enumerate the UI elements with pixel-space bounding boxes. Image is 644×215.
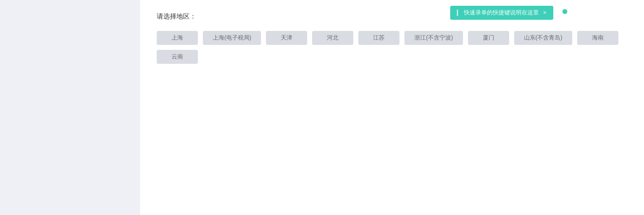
region-button-hebei[interactable]: 河北 <box>312 31 353 45</box>
tooltip-close-button[interactable]: × <box>543 9 547 16</box>
region-button-xiamen[interactable]: 厦门 <box>468 31 509 45</box>
region-button-shanghai-etax[interactable]: 上海(电子税局) <box>203 31 261 45</box>
region-button-tianjin[interactable]: 天津 <box>266 31 307 45</box>
region-buttons: 上海上海(电子税局)天津河北江苏浙江(不含宁波)厦门山东(不含青岛)海南云南 <box>157 31 628 64</box>
region-button-yunnan[interactable]: 云南 <box>157 50 198 64</box>
region-button-zhejiang[interactable]: 浙江(不含宁波) <box>404 31 463 45</box>
page-title: 请选择地区： <box>157 12 628 21</box>
region-button-shandong[interactable]: 山东(不含青岛) <box>514 31 572 45</box>
tooltip-dot-indicator <box>562 9 567 14</box>
left-sidebar <box>0 0 140 215</box>
region-button-shanghai[interactable]: 上海 <box>157 31 198 45</box>
region-button-hainan[interactable]: 海南 <box>577 31 618 45</box>
tooltip-text: 快速录单的快捷键说明在这里 <box>464 9 539 16</box>
main-content: 请选择地区： 上海上海(电子税局)天津河北江苏浙江(不含宁波)厦门山东(不含青岛… <box>140 0 644 215</box>
tooltip-banner: 快速录单的快捷键说明在这里 × <box>450 6 553 20</box>
region-button-jiangsu[interactable]: 江苏 <box>358 31 400 45</box>
